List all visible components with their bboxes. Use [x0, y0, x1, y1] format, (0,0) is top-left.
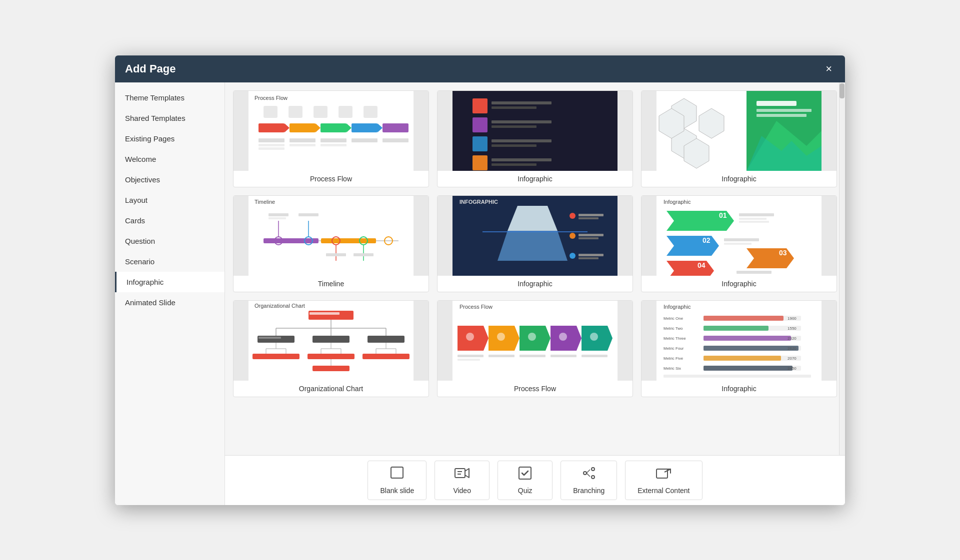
template-card[interactable]: Infographic Metric One 1900 Metric Two	[641, 300, 837, 397]
svg-rect-16	[258, 138, 284, 142]
svg-text:Organizational Chart: Organizational Chart	[254, 303, 305, 309]
svg-rect-36	[472, 155, 488, 170]
svg-rect-51	[248, 196, 414, 276]
svg-rect-15	[382, 123, 408, 132]
svg-marker-73	[498, 231, 568, 261]
template-card[interactable]: Timeline	[233, 195, 429, 292]
svg-rect-27	[472, 98, 488, 113]
svg-rect-163	[704, 336, 801, 341]
svg-text:01: 01	[719, 211, 727, 219]
template-label: Process Flow	[438, 381, 632, 397]
svg-rect-54	[264, 238, 318, 243]
close-button[interactable]: ×	[822, 62, 835, 75]
svg-rect-82	[578, 254, 604, 256]
svg-rect-9	[290, 123, 316, 132]
external-content-button[interactable]: External Content	[625, 461, 702, 500]
svg-rect-183	[519, 467, 531, 479]
svg-rect-33	[472, 136, 488, 151]
sidebar-item-scenario[interactable]: Scenario	[115, 251, 224, 272]
svg-point-81	[570, 253, 576, 259]
svg-text:2620: 2620	[788, 346, 796, 351]
svg-rect-159	[704, 326, 801, 331]
sidebar-item-welcome[interactable]: Welcome	[115, 149, 224, 169]
template-card[interactable]: Process Flow	[233, 90, 429, 187]
svg-marker-95	[666, 261, 714, 276]
svg-text:Metric Two: Metric Two	[664, 326, 683, 331]
svg-rect-35	[492, 144, 536, 147]
sidebar-item-layout[interactable]: Layout	[115, 190, 224, 210]
template-thumbnail: Infographic Metric One 1900 Metric Two	[642, 301, 836, 381]
svg-rect-155	[704, 316, 801, 321]
svg-rect-111	[312, 336, 350, 343]
branching-button[interactable]: Branching	[560, 461, 617, 500]
blank-slide-button[interactable]: Blank slide	[368, 461, 426, 500]
svg-rect-30	[472, 117, 488, 132]
svg-rect-68	[326, 253, 346, 256]
template-card[interactable]: INFOGRAPHIC	[437, 195, 633, 292]
svg-rect-37	[492, 158, 552, 161]
video-button[interactable]: Video	[434, 461, 490, 500]
svg-text:Metric Four: Metric Four	[664, 346, 684, 351]
svg-rect-11	[320, 123, 346, 132]
sidebar-item-cards[interactable]: Cards	[115, 210, 224, 231]
blank-slide-label: Blank slide	[380, 487, 414, 495]
svg-point-75	[570, 213, 576, 219]
svg-rect-94	[724, 243, 752, 245]
svg-line-187	[586, 470, 590, 473]
svg-rect-175	[704, 366, 801, 371]
template-card[interactable]: Process Flow	[437, 300, 633, 397]
svg-point-184	[584, 472, 586, 475]
svg-rect-147	[488, 355, 514, 357]
svg-rect-38	[492, 163, 536, 166]
template-label: Infographic	[642, 276, 836, 292]
svg-rect-20	[290, 144, 316, 146]
svg-rect-29	[492, 106, 536, 109]
quiz-button[interactable]: Quiz	[498, 461, 552, 500]
svg-rect-2	[264, 106, 278, 118]
template-card[interactable]: Organizational Chart	[233, 300, 429, 397]
template-thumbnail	[642, 91, 836, 171]
svg-rect-110	[258, 337, 281, 339]
sidebar-item-animated-slide[interactable]: Animated Slide	[115, 292, 224, 313]
svg-rect-69	[354, 253, 374, 256]
svg-rect-79	[578, 234, 604, 236]
template-grid-container[interactable]: Process Flow	[225, 82, 845, 455]
bottom-bar: Blank slide Video	[225, 455, 845, 505]
sidebar-item-infographic[interactable]: Infographic	[115, 272, 224, 292]
svg-rect-150	[582, 355, 608, 357]
svg-rect-32	[492, 125, 536, 128]
svg-rect-88	[739, 213, 774, 216]
blank-icon	[389, 466, 405, 484]
template-thumbnail: Timeline	[234, 196, 428, 276]
svg-rect-65	[268, 213, 288, 216]
template-card[interactable]: Infographic	[641, 90, 837, 187]
svg-rect-118	[272, 354, 300, 359]
svg-rect-132	[382, 354, 410, 359]
svg-rect-23	[352, 138, 378, 142]
template-thumbnail: Process Flow	[234, 91, 428, 171]
sidebar-item-existing-pages[interactable]: Existing Pages	[115, 128, 224, 149]
svg-text:Metric Five: Metric Five	[664, 356, 684, 361]
template-thumbnail: Process Flow	[438, 301, 632, 381]
svg-text:1550: 1550	[788, 326, 796, 331]
svg-rect-103	[310, 312, 340, 315]
sidebar-item-shared-templates[interactable]: Shared Templates	[115, 108, 224, 128]
svg-text:Infographic: Infographic	[664, 304, 691, 310]
svg-text:04: 04	[698, 261, 706, 269]
template-card[interactable]: INFOGRAPHICS	[437, 90, 633, 187]
svg-rect-17	[258, 144, 284, 146]
template-card[interactable]: Infographic 01	[641, 195, 837, 292]
sidebar-item-theme-templates[interactable]: Theme Templates	[115, 87, 224, 108]
svg-rect-34	[492, 139, 552, 142]
modal-header: Add Page ×	[115, 55, 845, 82]
template-thumbnail: Organizational Chart	[234, 301, 428, 381]
svg-text:Process Flow: Process Flow	[254, 95, 288, 101]
svg-rect-145	[458, 355, 484, 357]
svg-rect-171	[704, 356, 801, 361]
svg-text:Process Flow: Process Flow	[460, 304, 492, 310]
sidebar-item-objectives[interactable]: Objectives	[115, 169, 224, 190]
svg-text:2450: 2450	[788, 366, 796, 371]
svg-rect-146	[458, 359, 480, 361]
sidebar-item-question[interactable]: Question	[115, 231, 224, 251]
template-label: Timeline	[234, 276, 428, 292]
